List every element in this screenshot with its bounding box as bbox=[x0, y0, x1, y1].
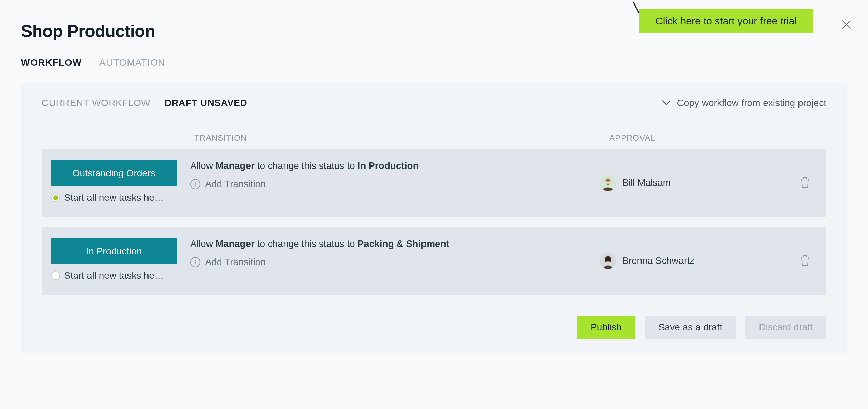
start-here-label: Start all new tasks he… bbox=[64, 192, 164, 203]
workflow-row: In Production Start all new tasks he… Al… bbox=[42, 227, 826, 295]
approver-name: Bill Malsam bbox=[622, 177, 671, 188]
discard-draft-button[interactable]: Discard draft bbox=[745, 316, 826, 339]
trash-icon[interactable] bbox=[800, 176, 810, 189]
panel-tab-draft-unsaved[interactable]: DRAFT UNSAVED bbox=[164, 98, 247, 109]
copy-workflow-label: Copy workflow from existing project bbox=[677, 98, 826, 109]
add-transition-label: Add Transition bbox=[205, 179, 266, 190]
publish-button[interactable]: Publish bbox=[577, 316, 635, 339]
save-draft-button[interactable]: Save as a draft bbox=[645, 316, 736, 339]
chevron-down-icon bbox=[662, 100, 671, 106]
column-header-transition: TRANSITION bbox=[194, 133, 609, 143]
panel-tab-current-workflow[interactable]: CURRENT WORKFLOW bbox=[42, 98, 150, 109]
start-here-label: Start all new tasks he… bbox=[64, 270, 164, 281]
add-transition-button[interactable]: + Add Transition bbox=[190, 257, 600, 268]
add-transition-button[interactable]: + Add Transition bbox=[190, 179, 600, 190]
plus-circle-icon: + bbox=[190, 257, 200, 267]
avatar bbox=[600, 175, 616, 191]
transition-rule[interactable]: Allow Manager to change this status to P… bbox=[190, 238, 600, 249]
radio-icon bbox=[51, 271, 60, 280]
avatar bbox=[600, 253, 616, 269]
status-button-in-production[interactable]: In Production bbox=[51, 238, 177, 264]
plus-circle-icon: + bbox=[190, 179, 200, 189]
status-button-outstanding-orders[interactable]: Outstanding Orders bbox=[51, 160, 177, 186]
start-here-radio[interactable]: Start all new tasks he… bbox=[51, 192, 190, 203]
free-trial-cta[interactable]: Click here to start your free trial bbox=[639, 9, 813, 33]
tab-automation[interactable]: AUTOMATION bbox=[99, 57, 165, 68]
close-icon[interactable] bbox=[841, 19, 852, 30]
column-header-approval: APPROVAL bbox=[609, 133, 803, 143]
workflow-panel: CURRENT WORKFLOW DRAFT UNSAVED Copy work… bbox=[21, 83, 847, 353]
transition-rule[interactable]: Allow Manager to change this status to I… bbox=[190, 160, 600, 171]
add-transition-label: Add Transition bbox=[205, 257, 266, 268]
workflow-row: Outstanding Orders Start all new tasks h… bbox=[42, 149, 826, 217]
copy-workflow-dropdown[interactable]: Copy workflow from existing project bbox=[662, 98, 826, 109]
start-here-radio[interactable]: Start all new tasks he… bbox=[51, 270, 190, 281]
trash-icon[interactable] bbox=[800, 254, 810, 267]
radio-icon bbox=[51, 193, 60, 202]
tabs: WORKFLOW AUTOMATION bbox=[21, 57, 847, 68]
tab-workflow[interactable]: WORKFLOW bbox=[21, 57, 82, 68]
approver-name: Brenna Schwartz bbox=[622, 255, 694, 266]
